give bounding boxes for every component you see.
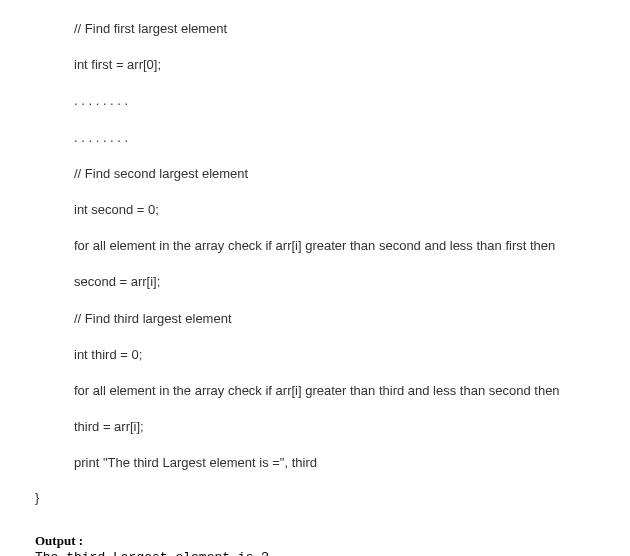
pseudocode-block: // Find first largest element int first … <box>74 20 630 505</box>
code-comment-second: // Find second largest element <box>74 165 630 183</box>
code-ellipsis-2: . . . . . . . . <box>74 129 630 147</box>
code-comment-first: // Find first largest element <box>74 20 630 38</box>
code-closing-brace: } <box>35 490 630 505</box>
output-label: Output : <box>35 533 630 549</box>
output-text: The third Largest element is ? <box>35 550 630 556</box>
code-print: print "The third Largest element is =", … <box>74 454 630 472</box>
code-ellipsis-1: . . . . . . . . <box>74 92 630 110</box>
code-loop-second: for all element in the array check if ar… <box>74 237 630 255</box>
code-assign-second: second = arr[i]; <box>74 273 630 291</box>
code-init-second: int second = 0; <box>74 201 630 219</box>
code-assign-third: third = arr[i]; <box>74 418 630 436</box>
code-comment-third: // Find third largest element <box>74 310 630 328</box>
code-init-first: int first = arr[0]; <box>74 56 630 74</box>
code-loop-third: for all element in the array check if ar… <box>74 382 630 400</box>
code-init-third: int third = 0; <box>74 346 630 364</box>
